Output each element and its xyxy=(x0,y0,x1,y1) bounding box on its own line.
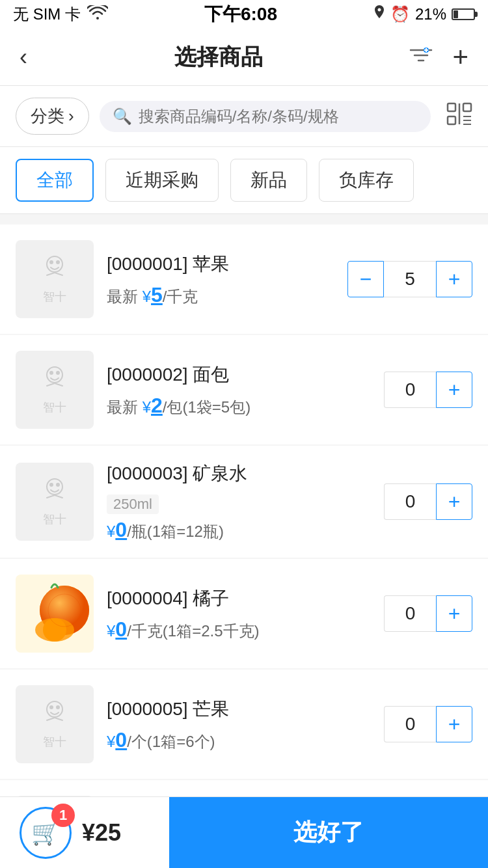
product-info: [0000005] 芒果 ¥0/个(1箱=6个) xyxy=(107,697,371,752)
divider xyxy=(0,214,488,224)
svg-rect-8 xyxy=(448,116,455,124)
add-icon[interactable]: + xyxy=(452,42,468,73)
placeholder-icon xyxy=(38,477,71,509)
price-latest-label: 最新 xyxy=(107,288,138,305)
placeholder-text: 智十 xyxy=(43,511,66,527)
alarm-icon: ⏰ xyxy=(390,5,410,23)
qty-plus-button[interactable]: + xyxy=(436,372,472,408)
price-symbol: ¥ xyxy=(142,288,151,305)
status-bar: 无 SIM 卡 下午6:08 ⏰ 21% xyxy=(0,0,488,29)
qty-plus-button[interactable]: + xyxy=(436,706,472,742)
qty-control: + xyxy=(384,372,472,408)
tab-neg[interactable]: 负库存 xyxy=(319,159,414,202)
nav-right-actions: + xyxy=(409,42,468,73)
svg-rect-7 xyxy=(463,103,471,111)
price-value: 0 xyxy=(115,617,127,641)
cart-badge: 1 xyxy=(51,804,75,827)
wifi-icon xyxy=(87,5,108,23)
price-unit: /个 xyxy=(127,733,147,750)
product-price: ¥0/瓶(1箱=12瓶) xyxy=(107,518,371,542)
placeholder-icon xyxy=(38,365,71,397)
price-symbol: ¥ xyxy=(107,733,115,750)
qty-minus-button[interactable]: − xyxy=(347,261,384,297)
category-button[interactable]: 分类 › xyxy=(16,98,89,135)
page-title: 选择商品 xyxy=(174,42,263,72)
product-price: ¥0/千克(1箱=2.5千克) xyxy=(107,617,371,642)
cart-area: 🛒 1 ¥25 xyxy=(0,807,169,859)
tab-all[interactable]: 全部 xyxy=(16,159,94,202)
price-unit: /瓶 xyxy=(127,522,147,540)
price-symbol: ¥ xyxy=(107,622,115,640)
svg-rect-6 xyxy=(448,103,455,111)
list-item: 智十 [0000003] 矿泉水 250ml ¥0/瓶(1箱=12瓶) + xyxy=(0,446,488,558)
confirm-button[interactable]: 选好了 xyxy=(169,797,488,869)
svg-point-28 xyxy=(49,705,53,709)
svg-point-18 xyxy=(56,371,60,375)
product-name: [0000004] 橘子 xyxy=(107,586,371,611)
product-name: [0000001] 苹果 xyxy=(107,252,334,277)
svg-point-17 xyxy=(49,371,53,375)
scan-icon[interactable] xyxy=(446,102,472,131)
qty-input[interactable] xyxy=(384,595,436,632)
qty-plus-button[interactable]: + xyxy=(436,595,472,632)
back-button[interactable]: ‹ xyxy=(20,44,27,71)
price-latest-label: 最新 xyxy=(107,398,138,416)
tab-new[interactable]: 新品 xyxy=(230,159,307,202)
price-value: 2 xyxy=(151,394,163,417)
product-spec: 250ml xyxy=(107,495,159,514)
placeholder-text: 智十 xyxy=(43,400,66,415)
tabs-bar: 全部 近期采购 新品 负库存 xyxy=(0,147,488,214)
qty-control: − + xyxy=(347,261,472,297)
list-item: 智十 [0000001] 苹果 最新 ¥5/千克 − + xyxy=(0,224,488,334)
product-name: [0000003] 矿泉水 xyxy=(107,461,371,486)
search-input[interactable] xyxy=(139,107,418,126)
filter-bar: 分类 › 🔍 xyxy=(0,86,488,147)
product-name: [0000002] 面包 xyxy=(107,362,371,387)
filter-icon[interactable] xyxy=(409,44,433,71)
battery-percent: 21% xyxy=(415,5,446,23)
price-unit: /千克 xyxy=(127,622,163,640)
battery-icon xyxy=(452,8,475,20)
svg-point-29 xyxy=(56,705,60,709)
status-right: ⏰ 21% xyxy=(373,5,475,23)
svg-point-15 xyxy=(56,260,60,264)
product-price: ¥0/个(1箱=6个) xyxy=(107,728,371,752)
product-info: [0000002] 面包 最新 ¥2/包(1袋=5包) xyxy=(107,362,371,418)
confirm-label: 选好了 xyxy=(293,817,364,848)
search-icon: 🔍 xyxy=(113,107,132,126)
list-item: 智十 [0000002] 面包 最新 ¥2/包(1袋=5包) + xyxy=(0,335,488,444)
price-unit: /包 xyxy=(163,398,183,416)
qty-control: + xyxy=(384,706,472,742)
product-price: 最新 ¥5/千克 xyxy=(107,283,334,307)
qty-input[interactable] xyxy=(384,706,436,742)
category-label: 分类 xyxy=(31,105,64,128)
svg-point-21 xyxy=(56,483,60,487)
list-item: 智十 [0000005] 芒果 ¥0/个(1箱=6个) + xyxy=(0,670,488,779)
qty-input[interactable] xyxy=(384,483,436,520)
extra-unit: (1箱=2.5千克) xyxy=(163,622,260,640)
qty-control: + xyxy=(384,483,472,520)
price-value: 0 xyxy=(115,728,127,752)
placeholder-icon xyxy=(38,254,71,286)
product-info: [0000004] 橘子 ¥0/千克(1箱=2.5千克) xyxy=(107,586,371,642)
qty-input[interactable] xyxy=(384,261,436,297)
svg-point-14 xyxy=(49,260,53,264)
qty-input[interactable] xyxy=(384,372,436,408)
cart-button[interactable]: 🛒 1 xyxy=(20,807,72,859)
product-info: [0000003] 矿泉水 250ml ¥0/瓶(1箱=12瓶) xyxy=(107,461,371,542)
qty-control: + xyxy=(384,595,472,632)
carrier-text: 无 SIM 卡 xyxy=(13,4,81,25)
qty-plus-button[interactable]: + xyxy=(436,483,472,520)
placeholder-text: 智十 xyxy=(43,734,66,750)
price-symbol: ¥ xyxy=(142,398,151,416)
tab-recent[interactable]: 近期采购 xyxy=(105,159,219,202)
product-name: [0000005] 芒果 xyxy=(107,697,371,722)
placeholder-icon xyxy=(38,699,71,731)
product-price: 最新 ¥2/包(1袋=5包) xyxy=(107,394,371,418)
extra-unit: (1箱=12瓶) xyxy=(147,522,224,540)
search-box: 🔍 xyxy=(100,101,431,132)
product-thumbnail: 智十 xyxy=(16,685,94,763)
cart-total: ¥25 xyxy=(82,819,121,847)
product-info: [0000001] 苹果 最新 ¥5/千克 xyxy=(107,252,334,307)
qty-plus-button[interactable]: + xyxy=(436,261,472,297)
